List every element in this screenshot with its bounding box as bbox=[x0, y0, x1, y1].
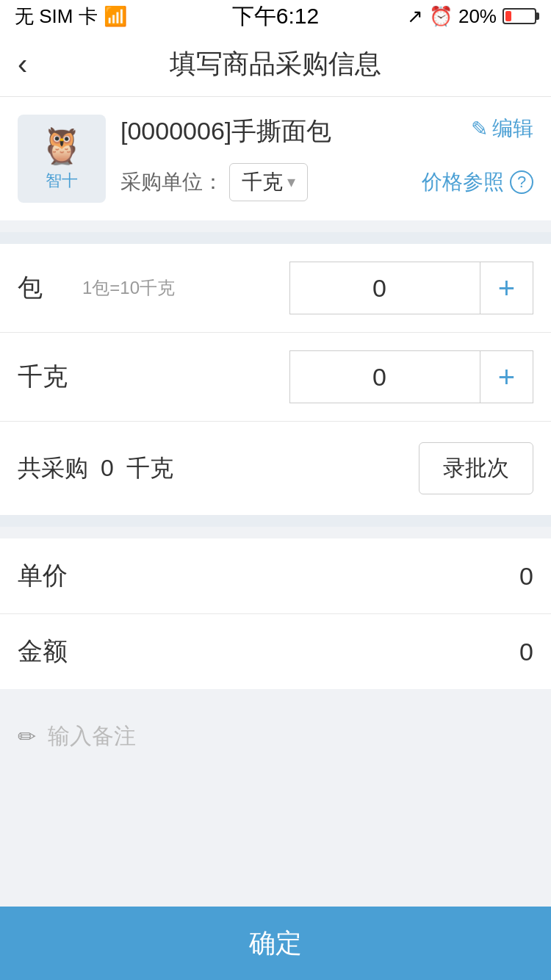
bag-quantity-input[interactable] bbox=[289, 262, 480, 314]
product-card: 🦉 智十 [0000006]手撕面包 ✎ 编辑 采购单位： 千克 ▾ bbox=[0, 97, 551, 220]
sim-label: 无 SIM 卡 bbox=[15, 4, 98, 29]
unit-select[interactable]: 千克 ▾ bbox=[229, 163, 308, 201]
bag-label: 包 bbox=[18, 271, 76, 305]
nav-bar: ‹ 填写商品采购信息 bbox=[0, 32, 551, 97]
note-icon: ✏ bbox=[18, 724, 36, 749]
input-section: 包 1包=10千克 + 千克 + bbox=[0, 244, 551, 422]
wifi-icon: 📶 bbox=[104, 5, 127, 28]
product-id: [0000006] bbox=[120, 117, 231, 145]
edit-icon: ✎ bbox=[471, 117, 488, 141]
location-icon: ↗ bbox=[407, 5, 423, 28]
total-prefix: 共采购 bbox=[18, 455, 88, 481]
product-header: [0000006]手撕面包 ✎ 编辑 bbox=[120, 115, 533, 148]
product-image-icon: 🦉 bbox=[40, 126, 84, 167]
bag-input-right: + bbox=[289, 262, 533, 314]
unit-price-row: 单价 0 bbox=[0, 538, 551, 614]
amount-row: 金额 0 bbox=[0, 614, 551, 689]
bag-input-row: 包 1包=10千克 + bbox=[0, 244, 551, 333]
status-bar-time: 下午6:12 bbox=[232, 1, 319, 32]
total-value: 0 bbox=[101, 455, 114, 481]
status-bar-right: ↗ ⏰ 20% bbox=[407, 5, 536, 28]
battery-icon bbox=[503, 8, 536, 24]
status-bar-left: 无 SIM 卡 📶 bbox=[15, 4, 127, 29]
main-content: 🦉 智十 [0000006]手撕面包 ✎ 编辑 采购单位： 千克 ▾ bbox=[0, 97, 551, 860]
bag-plus-icon: + bbox=[498, 272, 515, 305]
battery-percent: 20% bbox=[458, 5, 497, 28]
unit-price-value: 0 bbox=[519, 562, 533, 591]
status-bar: 无 SIM 卡 📶 下午6:12 ↗ ⏰ 20% bbox=[0, 0, 551, 32]
bag-sublabel: 1包=10千克 bbox=[82, 276, 175, 300]
note-placeholder: 输入备注 bbox=[48, 721, 136, 752]
total-label: 共采购 0 千克 bbox=[18, 453, 173, 485]
note-section[interactable]: ✏ 输入备注 bbox=[0, 701, 551, 772]
section-divider-2 bbox=[0, 515, 551, 527]
kg-input-right: + bbox=[289, 350, 533, 403]
confirm-label: 确定 bbox=[249, 926, 302, 962]
product-unit-row: 采购单位： 千克 ▾ 价格参照 ? bbox=[120, 163, 533, 201]
price-ref-button[interactable]: 价格参照 ? bbox=[422, 168, 533, 196]
edit-button[interactable]: ✎ 编辑 bbox=[471, 115, 533, 143]
section-divider-1 bbox=[0, 232, 551, 244]
kg-label: 千克 bbox=[18, 360, 76, 394]
batch-button[interactable]: 录批次 bbox=[419, 442, 533, 494]
amount-label: 金额 bbox=[18, 635, 68, 669]
amount-value: 0 bbox=[519, 638, 533, 666]
total-unit: 千克 bbox=[126, 455, 173, 481]
kg-input-row: 千克 + bbox=[0, 333, 551, 422]
total-row: 共采购 0 千克 录批次 bbox=[0, 422, 551, 515]
bag-plus-button[interactable]: + bbox=[480, 262, 533, 314]
edit-label: 编辑 bbox=[492, 115, 533, 143]
product-info: [0000006]手撕面包 ✎ 编辑 采购单位： 千克 ▾ 价格参照 bbox=[120, 115, 533, 201]
page-title: 填写商品采购信息 bbox=[170, 46, 381, 82]
price-section: 单价 0 金额 0 bbox=[0, 538, 551, 689]
kg-plus-icon: + bbox=[498, 361, 515, 394]
confirm-button[interactable]: 确定 bbox=[0, 907, 551, 980]
kg-plus-button[interactable]: + bbox=[480, 350, 533, 403]
chevron-down-icon: ▾ bbox=[287, 173, 295, 192]
product-title: 手撕面包 bbox=[231, 117, 331, 145]
product-image: 🦉 智十 bbox=[18, 115, 106, 203]
battery-fill bbox=[505, 11, 511, 21]
unit-price-label: 单价 bbox=[18, 559, 68, 593]
price-ref-label: 价格参照 bbox=[422, 168, 504, 196]
kg-quantity-input[interactable] bbox=[289, 350, 480, 403]
back-button[interactable]: ‹ bbox=[18, 48, 27, 81]
product-image-text: 智十 bbox=[46, 170, 78, 192]
unit-label: 采购单位： bbox=[120, 168, 223, 196]
product-name: [0000006]手撕面包 bbox=[120, 115, 331, 148]
alarm-icon: ⏰ bbox=[429, 5, 453, 28]
price-ref-help-icon: ? bbox=[510, 170, 533, 194]
unit-value: 千克 bbox=[242, 168, 283, 196]
